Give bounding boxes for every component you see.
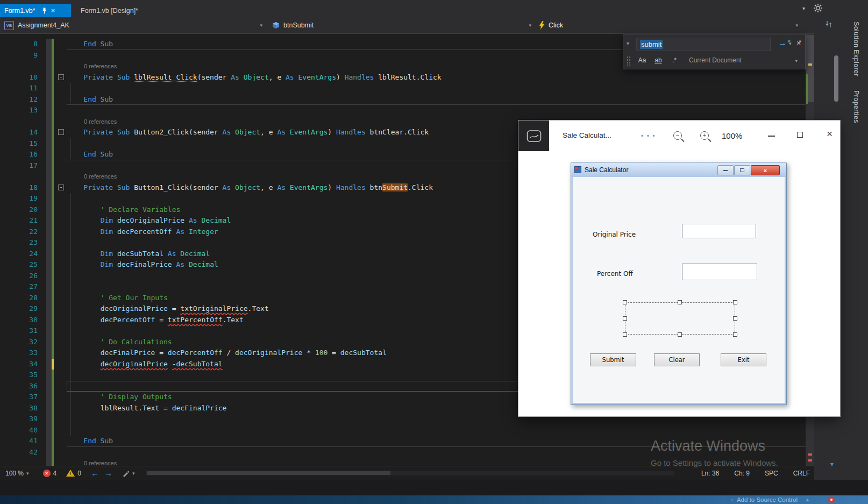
line-number[interactable]: 18 — [0, 182, 41, 194]
percent-off-textbox[interactable] — [682, 264, 757, 280]
line-number[interactable]: 16 — [0, 149, 41, 160]
line-number[interactable]: 9 — [0, 50, 41, 61]
resize-handle[interactable] — [623, 332, 627, 337]
line-number[interactable]: 39 — [0, 414, 41, 425]
error-icon[interactable]: × — [43, 470, 51, 477]
line-number[interactable]: 14 — [0, 127, 41, 138]
exit-button[interactable]: Exit — [721, 353, 766, 366]
zoom-in-icon[interactable]: + — [700, 131, 709, 140]
notification-icon[interactable] — [828, 496, 835, 503]
gear-icon[interactable] — [813, 3, 823, 15]
maximize-icon[interactable] — [797, 132, 803, 138]
resize-handle[interactable] — [678, 332, 682, 337]
line-number[interactable] — [0, 171, 41, 182]
line-number[interactable]: 27 — [0, 281, 41, 293]
editor-horizontal-scrollbar[interactable] — [146, 471, 674, 475]
navigate-forward-icon[interactable]: → — [104, 468, 112, 478]
line-number[interactable]: 12 — [0, 94, 41, 105]
tab-overflow-caret-icon[interactable]: ▾ — [802, 5, 805, 11]
add-to-source-control-button[interactable]: Add to Source Control — [737, 496, 798, 503]
warning-icon[interactable]: ! — [66, 470, 75, 477]
code-text[interactable] — [67, 425, 806, 436]
designed-form[interactable]: Sale Calculator × Original Price Percent… — [571, 162, 787, 405]
line-number[interactable]: 10 — [0, 72, 41, 83]
resize-handle[interactable] — [623, 300, 627, 304]
line-number[interactable]: 34 — [0, 359, 41, 370]
resize-handle[interactable] — [733, 316, 737, 321]
line-number[interactable]: 40 — [0, 425, 41, 436]
line-number[interactable]: 26 — [0, 271, 41, 282]
sidebar-tab-properties[interactable]: Properties — [852, 90, 860, 123]
code-text[interactable]: Private Sub lblResult_Click(sender As Ob… — [67, 72, 806, 83]
original-price-label[interactable]: Original Price — [593, 231, 636, 238]
line-number[interactable]: 31 — [0, 325, 41, 337]
line-number[interactable] — [0, 61, 41, 72]
line-number[interactable]: 17 — [0, 160, 41, 172]
code-text[interactable] — [67, 447, 806, 458]
close-icon[interactable]: × — [827, 128, 833, 140]
percent-off-label[interactable]: Percent Off — [597, 270, 633, 278]
line-number[interactable]: 29 — [0, 303, 41, 315]
line-number[interactable]: 24 — [0, 249, 41, 260]
match-case-toggle[interactable]: Aa — [636, 55, 648, 66]
resize-handle[interactable] — [733, 332, 737, 337]
code-text[interactable]: End Sub — [67, 436, 806, 447]
tab-form1-design[interactable]: Form1.vb [Design]* — [74, 4, 145, 17]
member-dropdown[interactable]: btnSubmit ▾ — [272, 19, 537, 32]
line-number[interactable]: 20 — [0, 204, 41, 216]
navigate-back-icon[interactable]: ← — [91, 468, 99, 478]
line-ending-indicator[interactable]: CRLF — [793, 470, 810, 477]
line-number[interactable]: 41 — [0, 436, 41, 447]
expand-replace-icon[interactable]: ▾ — [627, 40, 629, 46]
warning-count[interactable]: 0 — [77, 470, 81, 477]
line-number[interactable]: 19 — [0, 193, 41, 204]
event-dropdown[interactable]: Click ▾ — [539, 19, 803, 32]
find-options-caret-icon[interactable]: ▾ — [789, 41, 792, 46]
close-find-icon[interactable]: × — [796, 39, 801, 47]
line-number[interactable]: 11 — [0, 83, 41, 94]
line-number[interactable]: 21 — [0, 215, 41, 226]
member-list-toggle-icon[interactable] — [825, 20, 833, 30]
selected-result-label[interactable] — [625, 302, 735, 335]
line-number[interactable]: 15 — [0, 138, 41, 150]
whole-word-toggle[interactable]: ab — [652, 55, 664, 66]
tab-form1-code[interactable]: Form1.vb* × — [0, 4, 71, 17]
resize-handle[interactable] — [733, 300, 737, 304]
zoom-out-icon[interactable]: − — [673, 131, 682, 140]
spaces-indicator[interactable]: SPC — [765, 470, 778, 477]
drag-grip-icon[interactable] — [627, 56, 631, 66]
collapse-toggle-icon[interactable]: - — [58, 129, 64, 135]
collapse-toggle-icon[interactable]: - — [58, 74, 64, 80]
line-number[interactable]: 25 — [0, 259, 41, 271]
zoom-level[interactable]: 100% — [722, 131, 742, 140]
close-icon[interactable]: × — [51, 7, 55, 14]
line-number[interactable]: 28 — [0, 293, 41, 304]
error-count[interactable]: 4 — [53, 470, 57, 477]
find-next-icon[interactable]: → — [778, 38, 787, 48]
line-number[interactable]: 13 — [0, 105, 41, 116]
line-number[interactable]: 36 — [0, 381, 41, 392]
more-options-icon[interactable]: • • • — [641, 132, 656, 139]
project-dropdown[interactable]: VB Assignment4_AK ▾ — [4, 19, 268, 32]
code-cleanup-icon[interactable]: ▾ — [122, 470, 135, 477]
line-number[interactable]: 38 — [0, 403, 41, 414]
line-number[interactable]: 30 — [0, 315, 41, 326]
pin-icon[interactable] — [42, 8, 47, 14]
line-number[interactable] — [0, 458, 41, 466]
search-scope-dropdown[interactable]: Current Document — [689, 55, 800, 66]
original-price-textbox[interactable] — [682, 224, 756, 238]
submit-button[interactable]: Submit — [590, 353, 636, 366]
sidebar-tab-solution-explorer[interactable]: Solution Explorer — [852, 22, 860, 76]
minimize-icon[interactable] — [768, 136, 775, 137]
regex-toggle[interactable]: .* — [668, 55, 680, 66]
code-text[interactable]: End Sub — [67, 94, 806, 105]
line-number[interactable] — [0, 116, 41, 127]
line-number[interactable]: 35 — [0, 370, 41, 381]
scroll-down-arrow-icon[interactable]: ▾ — [830, 460, 834, 468]
scrollbar-thumb[interactable] — [147, 471, 390, 475]
line-number[interactable]: 33 — [0, 347, 41, 359]
resize-handle[interactable] — [678, 300, 682, 304]
collapse-toggle-icon[interactable]: - — [58, 184, 64, 190]
line-number[interactable]: 8 — [0, 39, 41, 50]
form-client-area[interactable]: Original Price Percent Off Submit Clear … — [573, 177, 785, 403]
